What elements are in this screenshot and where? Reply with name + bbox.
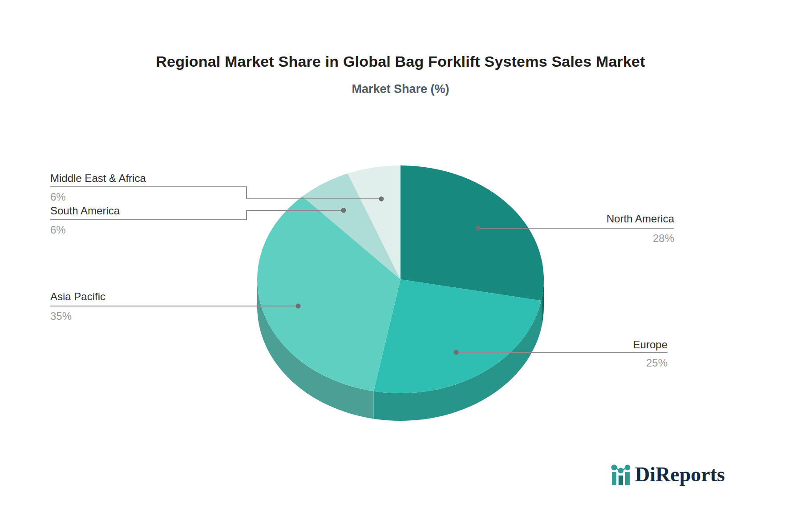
label-europe: Europe bbox=[633, 339, 668, 351]
leader-dot-south-america bbox=[341, 208, 346, 213]
value-middle-east-and-africa: 6% bbox=[50, 191, 66, 203]
value-europe: 25% bbox=[646, 357, 668, 369]
label-asia-pacific: Asia Pacific bbox=[50, 290, 105, 303]
label-south-america: South America bbox=[50, 205, 120, 217]
direports-logo-icon bbox=[611, 464, 631, 485]
leader-dot-north-america bbox=[476, 226, 481, 231]
leader-dot-asia-pacific bbox=[296, 304, 301, 309]
direports-logo: DiReports bbox=[611, 461, 725, 488]
value-south-america: 6% bbox=[50, 224, 66, 236]
leader-dot-middle-east-and-africa bbox=[379, 197, 384, 202]
label-north-america: North America bbox=[607, 213, 674, 225]
pie-3d-chart bbox=[0, 0, 801, 532]
value-asia-pacific: 35% bbox=[50, 310, 72, 322]
chart-canvas: Regional Market Share in Global Bag Fork… bbox=[0, 0, 801, 532]
pie-slice-north-america[interactable] bbox=[400, 165, 544, 301]
direports-logo-text: DiReports bbox=[635, 462, 725, 487]
label-middle-east-and-africa: Middle East & Africa bbox=[50, 172, 146, 185]
leader-dot-europe bbox=[454, 350, 459, 355]
value-north-america: 28% bbox=[653, 232, 674, 245]
